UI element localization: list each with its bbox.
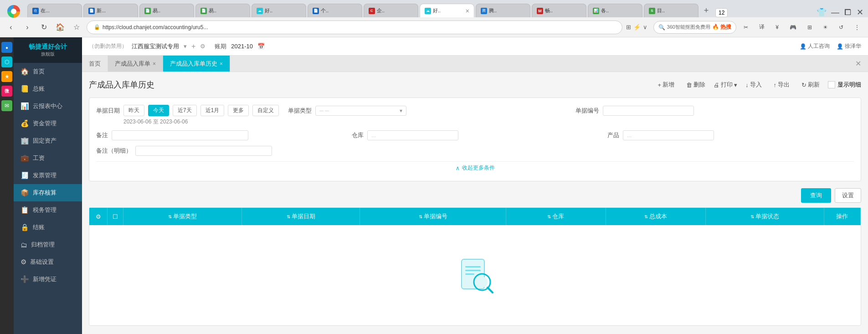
- nav-item-invoice-management[interactable]: 🧾 发票管理: [14, 167, 82, 184]
- nav-item-payroll[interactable]: 💼 工资: [14, 149, 82, 167]
- lightning-icon[interactable]: ⚡: [633, 24, 641, 31]
- bookmark-button[interactable]: ☆: [70, 21, 83, 34]
- tab-5[interactable]: ☁ 好..: [252, 4, 306, 17]
- tab-2[interactable]: 📄 新...: [83, 4, 138, 17]
- tab-count[interactable]: 12: [715, 8, 728, 17]
- company-name[interactable]: 江西服宝测试专用: [132, 42, 179, 51]
- add-company-button[interactable]: +: [191, 42, 195, 51]
- th-bill-type[interactable]: ⇅ 单据类型: [123, 208, 242, 225]
- service-button[interactable]: 👤 人工咨询: [800, 42, 830, 50]
- nav-item-archive[interactable]: 🗂 归档管理: [14, 236, 82, 253]
- yesterday-btn[interactable]: 昨天: [123, 105, 144, 116]
- scissors-tool[interactable]: ✂: [740, 22, 752, 32]
- user-avatar[interactable]: 👤 徐泽华: [837, 42, 861, 50]
- icon-sidebar-app3[interactable]: ★: [1, 71, 12, 82]
- close-button[interactable]: ✕: [857, 7, 863, 17]
- th-settings[interactable]: ⚙: [89, 208, 108, 225]
- show-detail-toggle[interactable]: 显示明细: [828, 81, 861, 89]
- nav-item-cloud-report[interactable]: 📊 云报表中心: [14, 98, 82, 115]
- breadcrumb-home[interactable]: 首页: [82, 56, 108, 72]
- browser-logo[interactable]: [7, 5, 20, 18]
- custom-date-btn[interactable]: 自定义: [252, 105, 279, 116]
- period-value[interactable]: 2021-10: [231, 43, 253, 50]
- undo-tool[interactable]: ↺: [835, 22, 847, 32]
- product-select[interactable]: ...: [623, 130, 714, 140]
- nav-item-new-voucher[interactable]: ➕ 新增凭证: [14, 271, 82, 288]
- translate-tool[interactable]: 译: [755, 21, 768, 33]
- new-tab-button[interactable]: +: [699, 4, 713, 17]
- warehouse-select[interactable]: ...: [367, 130, 458, 140]
- delete-button[interactable]: 🗑 删除: [683, 79, 709, 91]
- nav-item-fixed-assets[interactable]: 🏢 固定资产: [14, 132, 82, 149]
- address-input[interactable]: 🔒 https://cloud.chanjet.com/accounting/u…: [87, 21, 622, 34]
- icon-sidebar-app4[interactable]: 微: [1, 86, 12, 97]
- print-dropdown-icon[interactable]: ▾: [734, 82, 737, 88]
- tab-9[interactable]: 腾 腾..: [476, 4, 530, 17]
- nav-item-fund-management[interactable]: 💰 资金管理: [14, 115, 82, 132]
- remark-input[interactable]: [112, 130, 248, 140]
- nav-item-home[interactable]: 🏠 首页: [14, 63, 82, 80]
- export-button[interactable]: ↑ 导出: [770, 79, 794, 91]
- search-button[interactable]: 查询: [801, 188, 831, 203]
- tab-1[interactable]: 在 在...: [27, 4, 82, 17]
- game-tool[interactable]: 🎮: [786, 22, 800, 32]
- breadcrumb-tab-2[interactable]: 产成品入库单历史 ×: [163, 56, 230, 72]
- bill-type-select[interactable]: ─ ─ ▾: [315, 106, 406, 116]
- icon-sidebar-app5[interactable]: ✉: [1, 100, 12, 111]
- forward-button[interactable]: ›: [21, 21, 34, 34]
- 1month-btn[interactable]: 近1月: [200, 105, 225, 116]
- th-bill-date[interactable]: ⇅ 单据日期: [242, 208, 360, 225]
- tab-12[interactable]: S 目..: [644, 4, 699, 17]
- remark-detail-input[interactable]: [135, 146, 272, 156]
- search-box[interactable]: 🔍 360智能抠图免费用 🔥 热搜: [653, 21, 737, 34]
- settings-button[interactable]: 设置: [835, 188, 861, 203]
- tab-7[interactable]: C 企..: [364, 4, 418, 17]
- th-checkbox[interactable]: ☐: [108, 208, 123, 225]
- apps-tool[interactable]: ⊞: [804, 22, 816, 32]
- nav-item-basic-settings[interactable]: ⚙ 基础设置: [14, 253, 82, 271]
- tab-4[interactable]: 📄 易..: [195, 4, 250, 17]
- today-btn[interactable]: 今天: [148, 105, 169, 116]
- more-tool[interactable]: ⋮: [851, 22, 863, 32]
- th-total-cost[interactable]: ⇅ 总成本: [606, 208, 706, 225]
- bill-no-input[interactable]: [603, 106, 694, 116]
- yuan-tool[interactable]: ¥: [772, 22, 782, 32]
- tab-8-close[interactable]: ×: [463, 7, 469, 15]
- tab-8[interactable]: ☁ 好.. ×: [420, 4, 474, 17]
- tab-11[interactable]: 📊 各..: [588, 4, 642, 17]
- company-settings-icon[interactable]: ⚙: [200, 43, 205, 50]
- tab-10[interactable]: M 畅..: [532, 4, 586, 17]
- icon-sidebar-app2[interactable]: ⬡: [1, 57, 12, 67]
- home-button[interactable]: 🏠: [54, 21, 67, 34]
- print-button[interactable]: 🖨 打印 ▾: [714, 81, 737, 89]
- th-bill-status[interactable]: ⇅ 单据状态: [706, 208, 824, 225]
- nav-item-tax-management[interactable]: 📋 税务管理: [14, 201, 82, 219]
- nav-item-inventory[interactable]: 📦 库存核算: [14, 184, 82, 201]
- show-detail-checkbox[interactable]: [828, 81, 835, 88]
- add-button[interactable]: + 新增: [654, 79, 678, 91]
- breadcrumb-tab1-close[interactable]: ×: [153, 61, 156, 67]
- minimize-button[interactable]: —: [831, 8, 839, 17]
- grid-icon[interactable]: ⊞: [626, 24, 631, 31]
- refresh-button[interactable]: ↻: [37, 21, 50, 34]
- calendar-icon[interactable]: 📅: [257, 43, 265, 50]
- icon-sidebar-app1[interactable]: ●: [1, 42, 12, 53]
- close-panel-icon[interactable]: ✕: [855, 59, 861, 68]
- more-date-btn[interactable]: 更多: [228, 105, 249, 116]
- company-dropdown-icon[interactable]: ▾: [184, 43, 187, 50]
- tab-3[interactable]: 📄 易..: [139, 4, 194, 17]
- th-bill-no[interactable]: ⇅ 单据编号: [360, 208, 506, 225]
- back-button[interactable]: ‹: [5, 21, 17, 34]
- nav-item-general-ledger[interactable]: 📒 总账: [14, 80, 82, 98]
- 7days-btn[interactable]: 近7天: [173, 105, 197, 116]
- th-warehouse[interactable]: ⇅ 仓库: [506, 208, 606, 225]
- chevron-down-icon[interactable]: ∨: [643, 24, 647, 31]
- sun-tool[interactable]: ☀: [819, 22, 832, 32]
- import-button[interactable]: ↓ 导入: [742, 79, 765, 91]
- tab-6[interactable]: 📄 个..: [308, 4, 362, 17]
- refresh-button[interactable]: ↻ 刷新: [798, 79, 823, 91]
- restore-button[interactable]: ⧠: [844, 8, 852, 17]
- nav-item-settlement[interactable]: 🔒 结账: [14, 219, 82, 236]
- collapse-button[interactable]: ∧ 收起更多条件: [96, 161, 854, 174]
- breadcrumb-tab-1[interactable]: 产成品入库单 ×: [108, 56, 163, 72]
